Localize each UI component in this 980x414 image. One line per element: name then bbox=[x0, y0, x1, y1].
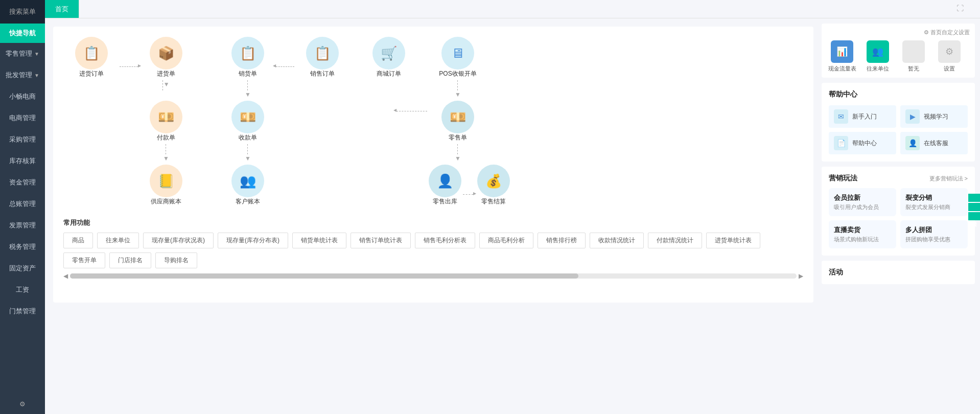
sidebar-item-invoice[interactable]: 发票管理 bbox=[0, 215, 45, 236]
tab-bar: 首页 bbox=[45, 0, 980, 18]
shortcut-item[interactable]: 👥 往来单位 bbox=[862, 40, 893, 73]
marketing-item-desc: 吸引用户成为会员 bbox=[834, 203, 891, 211]
sidebar-item-finance[interactable]: 资金管理 bbox=[0, 172, 45, 193]
help-label: 在线客服 bbox=[924, 139, 948, 148]
sidebar-settings[interactable]: ⚙ bbox=[0, 394, 45, 414]
sidebar-item-wholesale[interactable]: 批发管理 ▼ bbox=[0, 64, 45, 86]
sidebar-item-salary[interactable]: 工资 bbox=[0, 279, 45, 301]
node-pos[interactable]: 🖥 bbox=[441, 37, 474, 70]
node-supplier-book[interactable]: 📒 bbox=[150, 165, 182, 197]
marketing-more-link[interactable]: 更多营销玩法 > bbox=[929, 175, 968, 182]
activity-section: 活动 bbox=[822, 261, 975, 284]
func-button[interactable]: 销售毛利分析表 bbox=[415, 233, 475, 248]
shortcut-item[interactable]: 暂无 bbox=[898, 40, 929, 73]
shortcut-item[interactable]: ⚙ 设置 bbox=[934, 40, 965, 73]
sidebar-item-assets[interactable]: 固定资产 bbox=[0, 258, 45, 279]
tab-home[interactable]: 首页 bbox=[45, 0, 79, 18]
shortcut-label: 设置 bbox=[944, 65, 955, 73]
float-button[interactable]: 客服热线 bbox=[968, 194, 980, 202]
shortcut-label: 暂无 bbox=[908, 65, 919, 73]
sidebar-item-ledger[interactable]: 总账管理 bbox=[0, 193, 45, 215]
help-icon: ▶ bbox=[905, 109, 920, 124]
shortcut-icon: ⚙ bbox=[938, 40, 961, 63]
func-button[interactable]: 门店排名 bbox=[109, 252, 151, 268]
marketing-item[interactable]: 会员拉新 吸引用户成为会员 bbox=[829, 188, 896, 216]
help-item[interactable]: ▶ 视频学习 bbox=[900, 105, 968, 128]
node-purchase[interactable]: 📦 bbox=[150, 37, 182, 70]
help-item[interactable]: 📄 帮助中心 bbox=[829, 132, 896, 154]
func-button[interactable]: 销货单统计表 bbox=[292, 233, 346, 248]
marketing-item-title: 会员拉新 bbox=[834, 193, 891, 202]
node-retail-settle[interactable]: 💰 bbox=[477, 165, 510, 197]
marketing-item[interactable]: 多人拼团 拼团购物享受优惠 bbox=[900, 220, 968, 248]
sidebar-item-ecommerce-small[interactable]: 小畅电商 bbox=[0, 86, 45, 107]
sidebar-item-purchase[interactable]: 采购管理 bbox=[0, 129, 45, 150]
float-button[interactable]: 服务社区 bbox=[968, 203, 980, 211]
help-icon: 👤 bbox=[905, 136, 920, 150]
scroll-track[interactable] bbox=[70, 273, 797, 279]
node-retail-order[interactable]: 💴 bbox=[441, 101, 474, 133]
shortcut-icon: 👥 bbox=[867, 40, 889, 63]
func-button[interactable]: 销售订单统计表 bbox=[351, 233, 411, 248]
func-button[interactable]: 商品毛利分析 bbox=[479, 233, 533, 248]
func-button[interactable]: 商品 bbox=[63, 233, 93, 248]
func-button[interactable]: 进货单统计表 bbox=[706, 233, 760, 248]
help-label: 新手入门 bbox=[852, 112, 877, 121]
sidebar-item-tax[interactable]: 税务管理 bbox=[0, 236, 45, 258]
chevron-icon: ▼ bbox=[34, 51, 39, 57]
sidebar-item-retail[interactable]: 零售管理 ▼ bbox=[0, 43, 45, 64]
common-functions-title: 常用功能 bbox=[63, 218, 803, 227]
func-button[interactable]: 现存量(库存状况表) bbox=[143, 233, 214, 248]
chevron-icon: ▼ bbox=[34, 73, 39, 78]
help-icon: ✉ bbox=[834, 109, 848, 124]
node-payment[interactable]: 💴 bbox=[150, 101, 182, 133]
shortcut-icon: 📊 bbox=[831, 40, 853, 63]
help-center-card: 帮助中心 ✉ 新手入门 ▶ 视频学习 📄 帮助中心 👤 在线客服 bbox=[822, 83, 975, 162]
sidebar-item-inventory[interactable]: 库存核算 bbox=[0, 150, 45, 172]
corner-expand-button[interactable]: ⛶ bbox=[956, 4, 964, 12]
node-customer-book[interactable]: 👥 bbox=[231, 165, 264, 197]
scroll-left-arrow[interactable]: ◀ bbox=[63, 272, 68, 280]
node-sales-order[interactable]: 📋 bbox=[306, 37, 339, 70]
node-purchase-order[interactable]: 📋 bbox=[75, 37, 108, 70]
func-button[interactable]: 销售排行榜 bbox=[538, 233, 586, 248]
page-body: 📋 进货订单 ▶ 📦 进货单 bbox=[45, 18, 980, 414]
help-label: 帮助中心 bbox=[852, 139, 877, 148]
sidebar-search[interactable]: 搜索菜单 bbox=[0, 0, 45, 24]
quick-nav-card: 📋 进货订单 ▶ 📦 进货单 bbox=[53, 27, 813, 303]
shortcuts-row: 📊 现金流量表 👥 往来单位 暂无 ⚙ 设置 bbox=[827, 40, 970, 73]
scroll-thumb bbox=[70, 273, 578, 279]
help-label: 视频学习 bbox=[924, 112, 948, 121]
func-button[interactable]: 往来单位 bbox=[97, 233, 139, 248]
node-retail-out[interactable]: 👤 bbox=[429, 165, 461, 197]
marketing-item-desc: 场景式购物新玩法 bbox=[834, 236, 891, 243]
func-grid: 商品往来单位现存量(库存状况表)现存量(库存分布表)销货单统计表销售订单统计表销… bbox=[63, 233, 803, 268]
func-button[interactable]: 收款情况统计 bbox=[590, 233, 644, 248]
func-button[interactable]: 付款情况统计 bbox=[648, 233, 702, 248]
marketing-card: 营销玩法 更多营销玩法 > 会员拉新 吸引用户成为会员 裂变分销 裂变式发展分销… bbox=[822, 167, 975, 256]
marketing-item[interactable]: 裂变分销 裂变式发展分销商 bbox=[900, 188, 968, 216]
func-button[interactable]: 导购排名 bbox=[155, 252, 197, 268]
scroll-right-arrow[interactable]: ▶ bbox=[799, 272, 803, 280]
node-sales[interactable]: 📋 bbox=[231, 37, 264, 70]
node-mall-order[interactable]: 🛒 bbox=[372, 37, 405, 70]
help-item[interactable]: ✉ 新手入门 bbox=[829, 105, 896, 128]
sidebar-nav-header[interactable]: 快捷导航 bbox=[0, 24, 45, 43]
sidebar-item-access[interactable]: 门禁管理 bbox=[0, 301, 45, 322]
sidebar-item-ecommerce[interactable]: 电商管理 bbox=[0, 107, 45, 129]
shortcut-item[interactable]: 📊 现金流量表 bbox=[827, 40, 857, 73]
func-button[interactable]: 现存量(库存分布表) bbox=[218, 233, 288, 248]
help-item[interactable]: 👤 在线客服 bbox=[900, 132, 968, 154]
float-button[interactable]: 桌面快捷 bbox=[968, 212, 980, 220]
marketing-item[interactable]: 直播卖货 场景式购物新玩法 bbox=[829, 220, 896, 248]
main-content: 首页 📋 进货订单 bbox=[45, 0, 980, 414]
sidebar: 搜索菜单 快捷导航 零售管理 ▼ 批发管理 ▼ 小畅电商 电商管理 采购管理 库… bbox=[0, 0, 45, 414]
marketing-item-desc: 裂变式发展分销商 bbox=[905, 203, 963, 211]
customize-link[interactable]: ⚙ 首页自定义设置 bbox=[924, 29, 970, 36]
func-button[interactable]: 零售开单 bbox=[63, 252, 105, 268]
node-receipt[interactable]: 💴 bbox=[231, 101, 264, 133]
shortcut-label: 现金流量表 bbox=[828, 65, 856, 73]
marketing-item-title: 裂变分销 bbox=[905, 193, 963, 202]
help-center-title: 帮助中心 bbox=[829, 90, 968, 99]
right-panel: ⚙ 首页自定义设置 📊 现金流量表 👥 往来单位 暂无 ⚙ 设置 帮助中心 ✉ … bbox=[822, 18, 980, 414]
